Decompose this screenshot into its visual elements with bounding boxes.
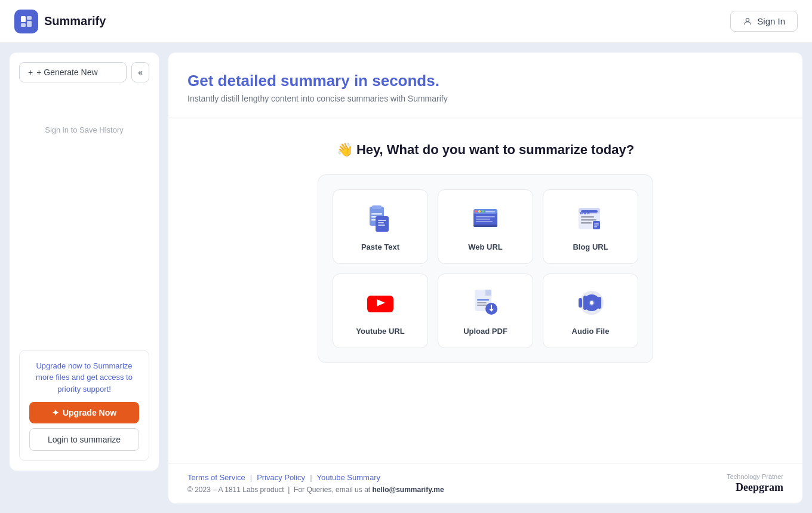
svg-rect-6	[372, 205, 382, 209]
hero-title-accent: summary	[281, 72, 350, 90]
youtube-url-icon	[364, 286, 397, 320]
svg-rect-28	[581, 216, 594, 218]
hero-title-prefix: Get detailed	[187, 72, 281, 90]
footer-sep-2: |	[310, 473, 312, 482]
logo-area: Summarify	[14, 10, 106, 33]
youtube-url-label: Youtube URL	[356, 327, 404, 336]
svg-rect-33	[594, 225, 599, 226]
footer: Terms of Service | Privacy Policy | Yout…	[168, 463, 802, 503]
logo-svg	[19, 14, 33, 29]
svg-rect-40	[477, 302, 487, 303]
footer-sep-1: |	[250, 473, 252, 482]
svg-rect-17	[478, 210, 481, 213]
blog-url-label: Blog URL	[573, 242, 608, 251]
privacy-policy-link[interactable]: Privacy Policy	[257, 473, 305, 482]
cards-container: Paste Text	[318, 174, 653, 363]
audio-file-card[interactable]: Audio File	[543, 274, 638, 348]
tech-partner-label: Technology Pratner	[727, 473, 783, 480]
welcome-text: 👋 Hey, What do you want to summarize tod…	[337, 142, 634, 158]
app-title: Summarify	[44, 14, 106, 28]
svg-rect-0	[21, 16, 26, 22]
user-icon	[743, 17, 752, 26]
youtube-summary-link[interactable]: Youtube Summary	[317, 473, 380, 482]
collapse-icon: «	[138, 67, 143, 77]
hero-subtitle: Instantly distill lengthy content into c…	[187, 94, 783, 103]
upgrade-now-button[interactable]: ✦ Upgrade Now	[29, 402, 139, 423]
audio-file-label: Audio File	[572, 327, 610, 336]
svg-rect-49	[583, 296, 587, 310]
web-url-icon	[469, 202, 502, 235]
layout: + + Generate New « Sign in to Save Histo…	[0, 43, 812, 513]
paste-text-label: Paste Text	[361, 242, 399, 251]
hero-title-suffix: in seconds.	[350, 72, 439, 90]
svg-rect-10	[376, 216, 389, 232]
sign-in-button[interactable]: Sign In	[730, 11, 798, 32]
svg-rect-38	[485, 290, 491, 296]
blog-url-card[interactable]: www Blog URL	[543, 189, 638, 264]
svg-rect-11	[378, 220, 386, 221]
hero-section: Get detailed summary in seconds. Instant…	[168, 53, 802, 118]
svg-rect-39	[477, 299, 489, 301]
footer-links: Terms of Service | Privacy Policy | Yout…	[187, 473, 444, 482]
sidebar-top: + + Generate New «	[19, 62, 149, 82]
deepgram-area: Technology Pratner Deepgram	[727, 473, 783, 494]
svg-rect-22	[476, 221, 493, 222]
header: Summarify Sign In	[0, 0, 812, 43]
svg-point-53	[590, 301, 593, 305]
sign-in-label: Sign In	[757, 16, 785, 26]
svg-rect-19	[485, 211, 495, 213]
footer-left: Terms of Service | Privacy Policy | Yout…	[187, 473, 444, 494]
svg-rect-21	[476, 219, 490, 220]
svg-rect-7	[371, 213, 382, 215]
svg-rect-23	[473, 225, 497, 227]
svg-rect-16	[475, 210, 477, 213]
blog-url-icon: www	[574, 202, 607, 235]
web-url-label: Web URL	[468, 242, 503, 251]
upload-pdf-label: Upload PDF	[463, 327, 508, 336]
svg-rect-52	[598, 297, 601, 309]
upgrade-box: Upgrade now to Summarize more files and …	[19, 350, 149, 462]
hero-title: Get detailed summary in seconds.	[187, 72, 783, 90]
generate-new-label: + Generate New	[36, 67, 97, 77]
deepgram-logo: Deepgram	[736, 481, 783, 494]
login-label: Login to summarize	[48, 435, 121, 444]
upload-pdf-icon	[469, 286, 502, 320]
main-content: Get detailed summary in seconds. Instant…	[168, 53, 802, 503]
upgrade-promo-text: Upgrade now to Summarize more files and …	[29, 360, 139, 395]
sparkle-icon: ✦	[52, 408, 59, 417]
svg-rect-13	[378, 225, 385, 226]
plus-icon: +	[28, 67, 33, 77]
svg-rect-32	[594, 223, 599, 224]
svg-rect-43	[491, 305, 492, 309]
collapse-sidebar-button[interactable]: «	[131, 62, 149, 82]
svg-rect-18	[482, 210, 484, 213]
cards-area: 👋 Hey, What do you want to summarize tod…	[168, 118, 802, 463]
login-to-summarize-button[interactable]: Login to summarize	[29, 428, 139, 451]
svg-rect-1	[27, 16, 32, 20]
svg-rect-41	[477, 305, 488, 306]
svg-rect-34	[594, 226, 597, 228]
svg-rect-2	[27, 21, 32, 27]
paste-text-icon	[364, 202, 397, 235]
upload-pdf-card[interactable]: Upload PDF	[438, 274, 533, 348]
svg-point-4	[746, 18, 749, 21]
svg-rect-29	[581, 219, 596, 221]
paste-text-card[interactable]: Paste Text	[333, 189, 428, 264]
upgrade-now-label: Upgrade Now	[63, 408, 116, 417]
web-url-card[interactable]: Web URL	[438, 189, 533, 264]
svg-rect-12	[378, 222, 384, 223]
logo-icon	[14, 10, 38, 33]
svg-rect-20	[476, 216, 495, 217]
svg-rect-48	[579, 298, 582, 308]
terms-of-service-link[interactable]: Terms of Service	[187, 473, 245, 482]
generate-new-button[interactable]: + + Generate New	[19, 62, 127, 82]
svg-rect-30	[581, 222, 592, 224]
youtube-url-card[interactable]: Youtube URL	[333, 274, 428, 348]
sidebar: + + Generate New « Sign in to Save Histo…	[10, 53, 159, 471]
footer-copyright: © 2023 – A 1811 Labs product | For Queri…	[187, 486, 444, 494]
audio-file-icon	[574, 286, 607, 320]
svg-rect-3	[21, 23, 26, 27]
svg-text:www: www	[580, 210, 590, 216]
sign-in-to-save-text: Sign in to Save History	[19, 90, 149, 343]
